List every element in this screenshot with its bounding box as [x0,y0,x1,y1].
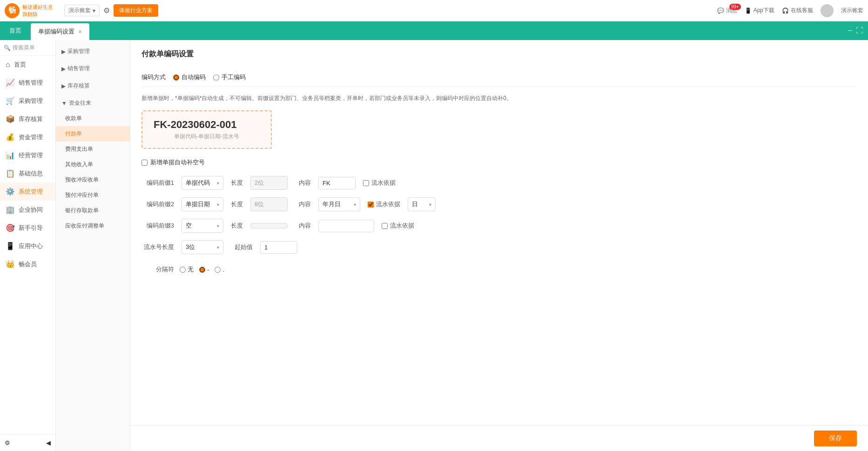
sep-dash-input[interactable] [199,267,205,273]
sidebar-item-system[interactable]: ⚙️ 系统管理 [0,182,55,201]
sub-item-receipt[interactable]: 收款单 [56,111,130,126]
tab-close-icon[interactable]: × [78,28,82,35]
service-icon: 🎧 [782,7,789,14]
radio-manual[interactable]: 手工编码 [213,73,246,81]
sub-item-adjustment[interactable]: 应收应付调整单 [56,218,130,234]
sidebar-item-operations[interactable]: 📊 经营管理 [0,146,55,164]
logo-text: 畅捷通好生意 旗舰版 [22,4,53,17]
prefix3-label: 编码前缀3 [141,222,174,230]
sidebar-item-member[interactable]: 👑 畅会员 [0,255,55,273]
sub-group-header-capital[interactable]: ▼ 资金往来 [56,95,130,111]
settings-icon[interactable]: ⚙ [103,6,110,15]
start-value-input[interactable] [260,241,297,254]
sidebar-item-sales[interactable]: 📈 销售管理 [0,74,55,92]
app-logo-icon: 畅 [5,3,20,18]
code-preview-box: FK-20230602-001 单据代码-单据日期-流水号 [141,110,272,149]
newbie-icon: 🎯 [6,223,15,232]
prefix1-serial-input[interactable] [363,180,369,186]
tab-home[interactable]: 首页 [0,21,31,40]
prefix1-arrow-icon: ▾ [217,181,219,186]
prefix1-row: 编码前缀1 单据代码 ▾ 长度 2位 内容 流水依据 [141,176,857,190]
sep-dot-input[interactable] [215,267,221,273]
sub-item-expense[interactable]: 费用支出单 [56,141,130,157]
inventory-icon: 📦 [6,114,15,123]
sidebar-item-newbie[interactable]: 🎯 新手引导 [0,219,55,237]
sidebar-item-enterprise[interactable]: 🏢 企业协同 [0,201,55,219]
sep-dot-radio[interactable]: . [215,266,224,273]
sub-item-other-income[interactable]: 其他收入单 [56,157,130,172]
sub-item-prepay-pay[interactable]: 预付冲应付单 [56,188,130,203]
prefix1-serial-checkbox[interactable]: 流水依据 [363,179,396,187]
sidebar-item-inventory[interactable]: 📦 库存核算 [0,110,55,128]
separator-options: 无 - . [180,265,224,274]
serial-length-select[interactable]: 3位 ▾ [182,240,223,254]
member-icon: 👑 [6,260,15,269]
prefix1-content-label: 内容 [299,179,311,187]
radio-auto-input[interactable] [173,74,179,81]
sub-group-header-purchase[interactable]: ▶ 采购管理 [56,44,130,59]
sep-dash-radio[interactable]: - [199,266,209,273]
prefix3-serial-input[interactable] [382,223,388,229]
search-icon: 🔍 [4,45,11,51]
encoding-mode-label: 编码方式 [141,73,166,81]
sidebar-item-home[interactable]: ⌂ 首页 [0,56,55,74]
prefix1-select[interactable]: 单据代码 ▾ [182,176,223,190]
sidebar-item-apps[interactable]: 📱 应用中心 [0,237,55,255]
prefix2-label: 编码前缀2 [141,200,174,209]
prefix2-serial-input[interactable] [368,202,374,208]
prefix3-content-input[interactable] [318,220,374,232]
tab-bar: 首页 单据编码设置 × − ⛶ [0,21,868,40]
serial-length-arrow-icon: ▾ [217,245,219,250]
online-service-area[interactable]: 🎧 在线客服 [782,7,813,14]
sidebar-item-finance[interactable]: 💰 资金管理 [0,128,55,146]
prefix3-content-label: 内容 [299,222,311,230]
prefix2-content-arrow-icon: ▾ [354,202,356,207]
maximize-icon[interactable]: ⛶ [856,27,863,35]
serial-row: 流水号长度 3位 ▾ 起始值 [141,240,857,254]
prefix3-select[interactable]: 空 ▾ [182,219,223,233]
industry-btn[interactable]: 体验行业方案 [114,4,158,17]
sales-icon: 📈 [6,78,15,87]
prefix1-content-input[interactable] [318,177,356,189]
system-icon: ⚙️ [6,187,15,196]
sub-item-bank[interactable]: 银行存取款单 [56,203,130,218]
radio-auto[interactable]: 自动编码 [173,73,206,81]
prefix2-serial-option-arrow-icon: ▾ [429,202,431,207]
minimize-icon[interactable]: − [848,27,852,35]
sub-group-header-inventory[interactable]: ▶ 库存核算 [56,78,130,94]
footer-collapse-icon[interactable]: ◀ [46,439,51,446]
radio-manual-input[interactable] [213,74,219,81]
save-button[interactable]: 保存 [814,431,857,446]
app-download-area[interactable]: 📱 App下载 [745,7,774,14]
prefix2-length-input: 8位 [250,197,288,211]
sep-none-radio[interactable]: 无 [180,265,194,274]
company-selector[interactable]: 演示账套 ▾ [64,5,100,16]
sidebar-search[interactable]: 🔍 搜索菜单 [0,40,55,56]
prefix2-serial-option-select[interactable]: 日 ▾ [408,197,436,211]
user-avatar[interactable] [821,4,834,17]
sidebar-item-basic[interactable]: 📋 基础信息 [0,164,55,182]
sub-item-prepay-recv[interactable]: 预收冲应收单 [56,172,130,188]
sub-group-sales: ▶ 销售管理 [56,61,130,76]
sidebar-item-purchase[interactable]: 🛒 采购管理 [0,92,55,110]
code-preview-sub: 单据代码-单据日期-流水号 [154,133,260,141]
form-section: 编码前缀1 单据代码 ▾ 长度 2位 内容 流水依据 [141,176,857,274]
tab-label: 单据编码设置 [38,27,74,36]
sub-group-header-sales[interactable]: ▶ 销售管理 [56,61,130,76]
prefix2-select[interactable]: 单据日期 ▾ [182,197,223,211]
prefix3-arrow-icon: ▾ [217,223,219,229]
prefix3-serial-checkbox[interactable]: 流水依据 [382,222,414,230]
footer-settings-icon[interactable]: ⚙ [5,439,10,446]
main-layout: 🔍 搜索菜单 ⌂ 首页 📈 销售管理 🛒 采购管理 📦 库存核算 💰 资金管理 … [0,40,868,451]
sub-group-purchase: ▶ 采购管理 [56,44,130,59]
sub-group-capital: ▼ 资金往来 收款单 付款单 费用支出单 其他收入单 预收冲应收单 预付冲应付单 [56,95,130,234]
tab-active[interactable]: 单据编码设置 × [31,23,89,40]
logo-area: 畅 畅捷通好生意 旗舰版 [5,3,61,18]
prefix3-length-label: 长度 [231,222,243,230]
prefix2-serial-checkbox[interactable]: 流水依据 [368,200,400,209]
prefix2-content-select[interactable]: 年月日 ▾ [318,197,360,211]
sub-item-payment[interactable]: 付款单 [56,126,130,141]
sep-none-input[interactable] [180,267,186,273]
auto-fill-checkbox[interactable] [141,160,148,166]
message-area[interactable]: 💬 消息 99+ [717,7,737,14]
